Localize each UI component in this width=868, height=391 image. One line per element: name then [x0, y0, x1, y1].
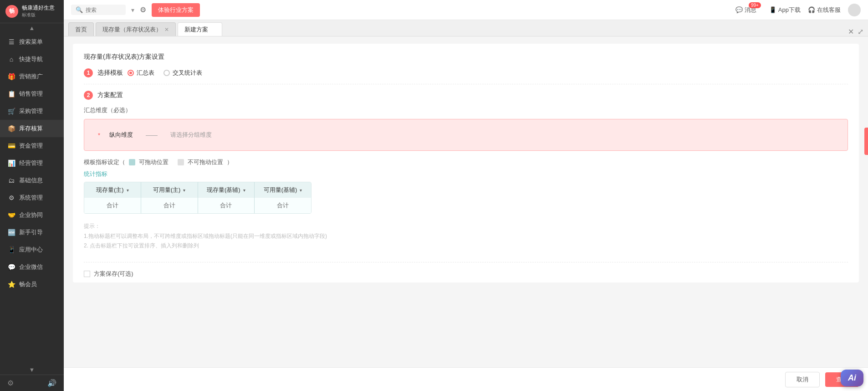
- step2-section: 2 方案配置 汇总维度（必选） * 纵向维度 —— 请选择分组维度: [84, 91, 848, 251]
- search-menu-icon: ☰: [7, 38, 15, 46]
- tab-new-plan[interactable]: 新建方案 ✕: [178, 22, 222, 36]
- search-box[interactable]: 🔍: [71, 5, 126, 15]
- topbar: 🔍 ▾ ⚙ 体验行业方案 💬 消息 99+ 📱 App下载 🎧 在线客服: [64, 0, 868, 20]
- tab-bar: 首页 现存量（库存状况表） ✕ 新建方案 ✕ ✕ ⤢: [64, 20, 868, 36]
- finance-icon: 💳: [7, 142, 15, 150]
- system-icon: ⚙: [7, 194, 15, 202]
- app-download-button[interactable]: 📱 App下载: [769, 6, 801, 14]
- sidebar-item-search-menu[interactable]: ☰ 搜索菜单: [0, 33, 64, 51]
- sidebar-item-operation[interactable]: 📊 经营管理: [0, 154, 64, 172]
- stat-table: 现存量(主) ▾ 可用量(主) ▾ 现存量(基辅) ▾: [84, 182, 311, 214]
- sidebar-scroll-up[interactable]: ▲: [0, 23, 64, 33]
- sidebar-item-inventory[interactable]: 📦 库存核算: [0, 120, 64, 137]
- page-title: 现存量(库存状况表)方案设置: [84, 53, 848, 61]
- tab-home[interactable]: 首页: [68, 22, 94, 36]
- sidebar-item-purchase[interactable]: 🛒 采购管理: [0, 103, 64, 120]
- stat-col-4-label: 可用量(基辅): [264, 186, 297, 194]
- dimension-section: 汇总维度（必选） * 纵向维度 —— 请选择分组维度: [84, 106, 848, 151]
- stat-cell-2: 合计: [141, 198, 198, 213]
- sidebar-item-label: 经营管理: [19, 159, 43, 167]
- messages-button[interactable]: 💬 消息 99+: [735, 6, 756, 14]
- app-edition: 标准版: [22, 12, 55, 18]
- chevron-down-icon: ▾: [183, 188, 185, 193]
- headset-icon: 🎧: [808, 6, 815, 13]
- sidebar-item-basic-info[interactable]: 🗂 基础信息: [0, 172, 64, 189]
- save-checkbox[interactable]: [84, 271, 90, 277]
- sidebar-item-system[interactable]: ⚙ 系统管理: [0, 189, 64, 206]
- tab-inventory-status[interactable]: 现存量（库存状况表） ✕: [96, 22, 176, 36]
- stat-label: 统计指标: [84, 170, 848, 178]
- tab-new-plan-close[interactable]: ✕: [211, 26, 215, 33]
- wechat-icon: 💬: [7, 263, 15, 271]
- dimension-placeholder: 请选择分组维度: [170, 131, 212, 139]
- stat-col-2[interactable]: 可用量(主) ▾: [141, 182, 198, 198]
- tab-new-plan-label: 新建方案: [184, 26, 208, 34]
- sidebar-item-enterprise[interactable]: 🤝 企业协同: [0, 206, 64, 224]
- topbar-right: 💬 消息 99+ 📱 App下载 🎧 在线客服: [735, 4, 861, 16]
- sidebar-logo: 畅 畅康通好生意 标准版: [0, 0, 64, 23]
- stat-col-4[interactable]: 可用量(基辅) ▾: [255, 182, 311, 198]
- newbie-icon: 🆕: [7, 228, 15, 237]
- messages-badge: 99+: [749, 2, 761, 8]
- sidebar-item-finance[interactable]: 💳 资金管理: [0, 137, 64, 154]
- sidebar-item-quick-nav[interactable]: ⌂ 快捷导航: [0, 51, 64, 68]
- stat-col-1[interactable]: 现存量(主) ▾: [84, 182, 141, 198]
- sidebar-nav: ☰ 搜索菜单 ⌂ 快捷导航 🎁 营销推广 📋 销售管理 🛒 采购管理 📦 库存核…: [0, 33, 64, 365]
- tab-close-all-icon[interactable]: ✕: [848, 27, 854, 36]
- footer: 取消 查询: [64, 367, 868, 391]
- sidebar-item-app-center[interactable]: 📱 应用中心: [0, 241, 64, 258]
- template-radio-group: 汇总表 交叉统计表: [128, 69, 202, 77]
- closing-paren: ）: [227, 158, 233, 166]
- radio-summary-circle: [128, 70, 134, 76]
- step1-section: 1 选择模板 汇总表 交叉统计表: [84, 68, 848, 77]
- sidebar-item-wechat[interactable]: 💬 企业微信: [0, 258, 64, 276]
- sidebar-item-label: 采购管理: [19, 107, 43, 115]
- sidebar-item-marketing[interactable]: 🎁 营销推广: [0, 68, 64, 85]
- indicator-section: 模板指标设定（ 可拖动位置 不可拖动位置 ） 统计指标 现存量(主): [84, 158, 848, 215]
- sidebar-item-label: 营销推广: [19, 72, 43, 81]
- user-avatar[interactable]: [848, 4, 861, 16]
- radio-summary-label: 汇总表: [137, 69, 154, 77]
- app-download-icon: 📱: [769, 6, 776, 13]
- online-service-button[interactable]: 🎧 在线客服: [808, 6, 841, 14]
- stat-cell-4: 合计: [255, 198, 311, 213]
- inventory-icon: 📦: [7, 124, 15, 133]
- settings-icon[interactable]: ⚙: [7, 379, 14, 387]
- topbar-dropdown-icon[interactable]: ▾: [131, 6, 134, 14]
- stat-table-body: 合计 合计 合计 合计: [84, 198, 311, 213]
- chevron-down-icon: ▾: [300, 188, 302, 193]
- save-section: 方案保存(可选): [84, 270, 848, 278]
- cta-button[interactable]: 体验行业方案: [152, 3, 200, 17]
- member-icon: ⭐: [7, 280, 15, 288]
- sidebar-item-member[interactable]: ⭐ 畅会员: [0, 276, 64, 293]
- tab-inventory-status-close[interactable]: ✕: [164, 26, 169, 33]
- quick-nav-icon: ⌂: [7, 55, 15, 63]
- save-label: 方案保存(可选): [94, 270, 133, 278]
- step1-header: 1 选择模板 汇总表 交叉统计表: [84, 68, 848, 77]
- sidebar-item-label: 企业微信: [19, 263, 43, 271]
- enterprise-icon: 🤝: [7, 211, 15, 219]
- ai-badge[interactable]: Ai: [841, 370, 863, 386]
- radio-cross-circle: [163, 70, 170, 76]
- sidebar-item-label: 库存核算: [19, 124, 43, 133]
- stat-table-header: 现存量(主) ▾ 可用量(主) ▾ 现存量(基辅) ▾: [84, 182, 311, 198]
- step2-badge: 2: [84, 91, 93, 100]
- radio-cross[interactable]: 交叉统计表: [163, 69, 202, 77]
- topbar-gear-icon[interactable]: ⚙: [140, 5, 146, 14]
- online-service-label: 在线客服: [817, 6, 841, 14]
- sidebar-scroll-down[interactable]: ▼: [0, 365, 64, 375]
- drag-indicator-icon: [129, 159, 135, 165]
- operation-icon: 📊: [7, 159, 15, 167]
- speaker-icon[interactable]: 🔊: [47, 379, 56, 387]
- sidebar-item-sales[interactable]: 📋 销售管理: [0, 85, 64, 103]
- tips-title: 提示：: [84, 221, 848, 232]
- sidebar-item-label: 基础信息: [19, 176, 43, 185]
- cancel-button[interactable]: 取消: [785, 372, 820, 387]
- stat-cell-1: 合计: [84, 198, 141, 213]
- radio-summary[interactable]: 汇总表: [128, 69, 154, 77]
- stat-col-3[interactable]: 现存量(基辅) ▾: [198, 182, 255, 198]
- sidebar-item-newbie[interactable]: 🆕 新手引导: [0, 224, 64, 241]
- tab-expand-icon[interactable]: ⤢: [858, 27, 863, 36]
- stat-col-2-label: 可用量(主): [153, 186, 181, 194]
- search-input[interactable]: [86, 7, 122, 13]
